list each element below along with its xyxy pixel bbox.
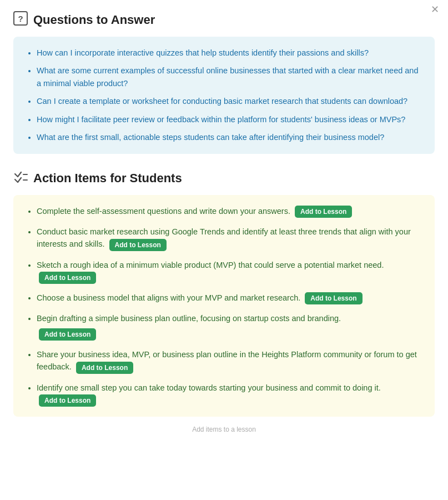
list-item: Share your business idea, MVP, or busine… xyxy=(37,348,422,374)
add-to-lesson-button-2[interactable]: Add to Lesson xyxy=(39,272,96,284)
action-items-section-header: Action Items for Students xyxy=(13,169,435,187)
questions-icon: ? xyxy=(13,11,28,29)
bottom-hint: Add items to a lesson xyxy=(13,426,435,433)
add-to-lesson-button-1[interactable]: Add to Lesson xyxy=(109,239,167,251)
add-to-lesson-button-3[interactable]: Add to Lesson xyxy=(305,292,362,304)
questions-title: Questions to Answer xyxy=(33,13,155,27)
action-items-list: Complete the self-assessment questions a… xyxy=(26,205,422,407)
add-to-lesson-button-0[interactable]: Add to Lesson xyxy=(295,206,352,218)
action-items-icon xyxy=(13,169,28,187)
action-item-text: Sketch a rough idea of a minimum viable … xyxy=(37,261,384,269)
list-item: How can I incorporate interactive quizze… xyxy=(37,47,422,59)
add-to-lesson-button-6[interactable]: Add to Lesson xyxy=(39,394,96,407)
list-item: Choose a business model that aligns with… xyxy=(37,292,422,304)
action-item-text: Conduct basic market research using Goog… xyxy=(37,227,411,248)
list-item: How might I facilitate peer review or fe… xyxy=(37,113,422,126)
add-to-lesson-button-5[interactable]: Add to Lesson xyxy=(76,362,133,374)
list-item: Identify one small step you can take tod… xyxy=(37,382,422,407)
add-to-lesson-button-4[interactable]: Add to Lesson xyxy=(39,328,96,341)
action-item-text: Begin drafting a simple business plan ou… xyxy=(37,314,341,323)
list-item: Sketch a rough idea of a minimum viable … xyxy=(37,259,422,284)
list-item: Can I create a template or worksheet for… xyxy=(37,95,422,107)
list-item: Complete the self-assessment questions a… xyxy=(37,205,422,218)
svg-text:?: ? xyxy=(18,14,23,23)
questions-list: How can I incorporate interactive quizze… xyxy=(26,47,422,144)
action-item-text: Choose a business model that aligns with… xyxy=(37,293,300,302)
action-items-box: Complete the self-assessment questions a… xyxy=(13,195,435,417)
action-item-text: Complete the self-assessment questions a… xyxy=(37,207,290,216)
list-item: What are the first small, actionable ste… xyxy=(37,131,422,143)
list-item: Begin drafting a simple business plan ou… xyxy=(37,312,422,340)
list-item: Conduct basic market research using Goog… xyxy=(37,226,422,251)
questions-section-header: ? Questions to Answer xyxy=(13,11,435,29)
action-item-text: Identify one small step you can take tod… xyxy=(37,383,381,392)
close-button[interactable]: ✕ xyxy=(431,4,439,14)
questions-box: How can I incorporate interactive quizze… xyxy=(13,37,435,154)
list-item: What are some current examples of succes… xyxy=(37,64,422,89)
action-items-title: Action Items for Students xyxy=(33,171,182,186)
